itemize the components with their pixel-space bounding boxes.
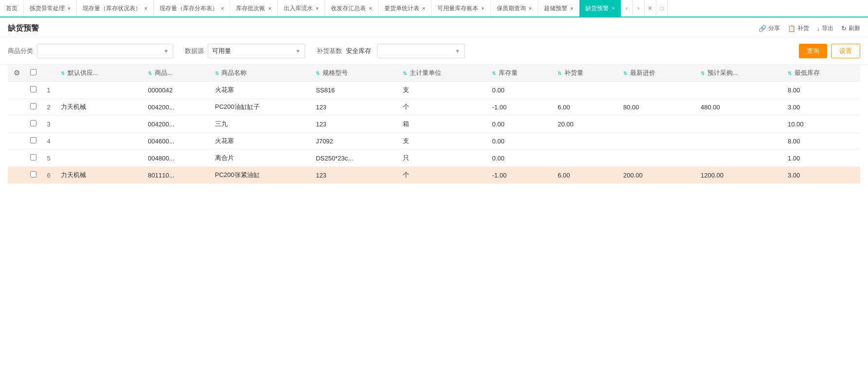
- row-price-2: [618, 116, 696, 133]
- tab-collect-label: 收发存汇总表: [331, 4, 366, 13]
- tab-inventory-status[interactable]: 现存量（库存状况表） ×: [77, 0, 153, 17]
- tab-nav-next[interactable]: ›: [633, 0, 645, 17]
- row-gear-1: [8, 99, 25, 116]
- row-gear-3: [8, 133, 25, 150]
- row-unit-0: 支: [398, 82, 487, 99]
- replenish-base-value: 安全库存: [346, 47, 371, 55]
- datasource-select[interactable]: 可用量 ▼: [208, 44, 305, 58]
- column-product-code[interactable]: ⇅ 商品...: [143, 65, 210, 82]
- tab-overstock-close[interactable]: ×: [570, 5, 573, 11]
- sort-icon-stock: ⇅: [492, 70, 496, 76]
- tab-flow[interactable]: 出入库流水 ×: [278, 0, 325, 17]
- column-product-name[interactable]: ⇅ 商品名称: [210, 65, 311, 82]
- export-icon: ↓: [817, 25, 820, 32]
- tab-collect-close[interactable]: ×: [369, 5, 372, 11]
- table-row: 1 0000042 火花塞 SS816 支 0.00 8.00: [8, 82, 860, 99]
- column-default-supplier[interactable]: ⇅ 默认供应...: [56, 65, 143, 82]
- gear-icon[interactable]: ⚙: [14, 69, 20, 77]
- row-checkbox-3[interactable]: [30, 137, 36, 143]
- row-checkbox-cell-4[interactable]: [25, 150, 41, 167]
- row-checkbox-cell-2[interactable]: [25, 116, 41, 133]
- tab-available[interactable]: 可用量库存账本 ×: [432, 0, 490, 17]
- row-checkbox-cell-3[interactable]: [25, 133, 41, 150]
- tab-batch-close[interactable]: ×: [268, 5, 271, 11]
- column-replenish[interactable]: ⇅ 补货量: [553, 65, 618, 82]
- tab-inventory-dist[interactable]: 现存量（库存分布表） ×: [154, 0, 230, 17]
- tab-available-close[interactable]: ×: [481, 5, 484, 11]
- column-latest-price[interactable]: ⇅ 最新进价: [618, 65, 696, 82]
- column-gear[interactable]: ⚙: [8, 65, 25, 82]
- row-price-5: 200.00: [618, 167, 696, 184]
- tab-home[interactable]: 首页: [0, 0, 24, 17]
- row-checkbox-2[interactable]: [30, 120, 36, 126]
- column-unit[interactable]: ⇅ 主计量单位: [398, 65, 487, 82]
- column-est-purchase[interactable]: ⇅ 预计采购...: [696, 65, 783, 82]
- row-checkbox-4[interactable]: [30, 154, 36, 160]
- share-button[interactable]: 🔗 分享: [759, 24, 780, 33]
- tab-demand-close[interactable]: ×: [422, 5, 425, 11]
- table-row: 6 力天机械 801110... PC200张紧油缸 123 个 -1.00 6…: [8, 167, 860, 184]
- column-stock[interactable]: ⇅ 库存量: [487, 65, 553, 82]
- page-title: 缺货预警: [8, 23, 39, 34]
- row-unit-2: 箱: [398, 116, 487, 133]
- row-est-3: [696, 133, 783, 150]
- row-price-0: [618, 82, 696, 99]
- row-checkbox-5[interactable]: [30, 171, 36, 177]
- row-checkbox-1[interactable]: [30, 103, 36, 109]
- column-min-stock[interactable]: ⇅ 最低库存: [783, 65, 860, 82]
- sort-icon-supplier: ⇅: [61, 70, 65, 76]
- row-stock-2: 0.00: [487, 116, 553, 133]
- tab-maximize[interactable]: □: [656, 0, 668, 17]
- tab-flow-close[interactable]: ×: [316, 5, 319, 11]
- tab-shortage[interactable]: 缺货预警 ×: [579, 0, 621, 17]
- column-spec[interactable]: ⇅ 规格型号: [311, 65, 398, 82]
- sort-icon-price: ⇅: [623, 70, 627, 76]
- tab-inventory-status-label: 现存量（库存状况表）: [83, 4, 141, 13]
- tab-shortage-close[interactable]: ×: [612, 5, 615, 11]
- settings-button[interactable]: 设置: [831, 44, 860, 58]
- tab-inventory-dist-close[interactable]: ×: [221, 5, 224, 11]
- row-replenish-3: [553, 133, 618, 150]
- row-checkbox-cell-5[interactable]: [25, 167, 41, 184]
- row-stock-5: -1.00: [487, 167, 553, 184]
- row-checkbox-cell-0[interactable]: [25, 82, 41, 99]
- row-spec-5: 123: [311, 167, 398, 184]
- tab-nav-prev[interactable]: ‹: [621, 0, 633, 17]
- replenish-icon: 📋: [788, 25, 796, 32]
- tab-expiry-close[interactable]: ×: [529, 5, 532, 11]
- category-select[interactable]: ▼: [37, 44, 173, 58]
- row-est-4: [696, 150, 783, 167]
- filter-row: 商品分类 ▼ 数据源 可用量 ▼ 补货基数 安全库存 ▼ 查询 设置: [0, 38, 868, 65]
- table-row: 4 004600... 火花塞 J7092 支 0.00 8.00: [8, 133, 860, 150]
- row-unit-1: 个: [398, 99, 487, 116]
- table-container: ⚙ ⇅ 默认供应... ⇅ 商品... ⇅: [0, 65, 868, 184]
- row-checkbox-0[interactable]: [30, 86, 36, 92]
- sort-icon-est: ⇅: [701, 70, 705, 76]
- replenish-button[interactable]: 📋 补货: [788, 24, 809, 33]
- replenish-base-select[interactable]: ▼: [377, 44, 465, 58]
- row-gear-5: [8, 167, 25, 184]
- tab-overstock[interactable]: 超储预警 ×: [538, 0, 579, 17]
- tab-expiry-label: 保质期查询: [497, 4, 526, 13]
- row-supplier-3: [56, 133, 143, 150]
- tab-demand[interactable]: 要货单统计表 ×: [379, 0, 432, 17]
- row-replenish-4: [553, 150, 618, 167]
- refresh-button[interactable]: ↻ 刷新: [841, 24, 860, 33]
- select-all-checkbox[interactable]: [30, 69, 36, 75]
- tab-abnormal-close[interactable]: ×: [68, 5, 71, 11]
- row-unit-3: 支: [398, 133, 487, 150]
- tab-close-all[interactable]: ✕: [645, 0, 656, 17]
- replenish-base-label: 补货基数: [317, 47, 342, 55]
- export-button[interactable]: ↓ 导出: [817, 24, 834, 33]
- tab-collect[interactable]: 收发存汇总表 ×: [325, 0, 378, 17]
- tab-flow-label: 出入库流水: [284, 4, 313, 13]
- row-checkbox-cell-1[interactable]: [25, 99, 41, 116]
- query-button[interactable]: 查询: [799, 44, 827, 58]
- column-checkbox[interactable]: [25, 65, 41, 82]
- tab-inventory-status-close[interactable]: ×: [144, 5, 147, 11]
- share-label: 分享: [768, 24, 780, 33]
- tab-expiry[interactable]: 保质期查询 ×: [491, 0, 538, 17]
- tab-abnormal[interactable]: 拣货异常处理 ×: [24, 0, 77, 17]
- datasource-chevron-icon: ▼: [295, 48, 301, 54]
- tab-batch[interactable]: 库存批次账 ×: [230, 0, 277, 17]
